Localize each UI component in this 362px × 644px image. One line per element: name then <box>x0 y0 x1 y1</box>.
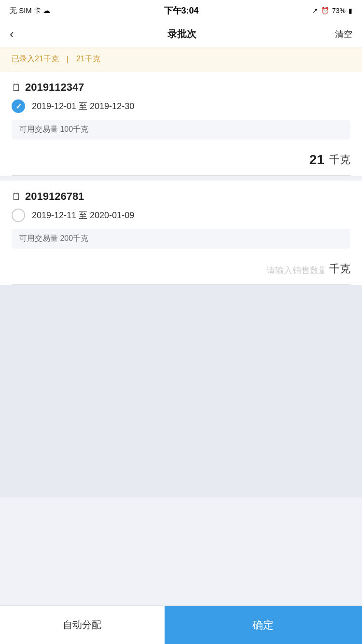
status-time: 下午3:04 <box>164 5 199 16</box>
batch-date-1: 2019-12-01 至 2019-12-30 <box>32 100 134 112</box>
battery-label: 73% <box>332 7 346 14</box>
quantity-input-2[interactable] <box>266 261 324 277</box>
radio-2[interactable] <box>12 209 25 222</box>
quantity-row-2: 千克 <box>0 256 362 284</box>
batch-card-1: 🗒 2019112347 2019-12-01 至 2019-12-30 可用交… <box>0 71 362 176</box>
quantity-unit-1: 千克 <box>329 153 350 167</box>
status-right: ↗ ⏰ 73% ▮ <box>312 7 352 14</box>
banner-value: 21千克 <box>76 54 100 64</box>
batch-id-1: 2019112347 <box>25 81 84 94</box>
alarm-icon: ⏰ <box>321 7 329 14</box>
batch-row-1[interactable]: 2019-12-01 至 2019-12-30 <box>0 98 362 118</box>
quantity-unit-2: 千克 <box>329 262 350 276</box>
confirm-button[interactable]: 确定 <box>165 606 362 644</box>
banner-divider: | <box>67 55 69 64</box>
batch-id-2: 2019126781 <box>25 190 84 203</box>
sim-label: 无 SIM 卡 ☁ <box>10 6 50 15</box>
quantity-input-1[interactable] <box>266 152 324 168</box>
info-banner: 已录入21千克 | 21千克 <box>0 47 362 71</box>
batch-row-2[interactable]: 2019-12-11 至 2020-01-09 <box>0 207 362 227</box>
batch-header-1: 🗒 2019112347 <box>0 71 362 98</box>
recorded-label: 已录入21千克 <box>12 54 59 64</box>
quantity-row-1: 千克 <box>0 147 362 175</box>
batch-icon-2: 🗒 <box>12 191 21 202</box>
auto-distribute-button[interactable]: 自动分配 <box>0 606 165 644</box>
bottom-spacer <box>0 285 362 497</box>
batch-icon-1: 🗒 <box>12 82 21 93</box>
bottom-bar: 自动分配 确定 <box>0 605 362 644</box>
back-button[interactable]: ‹ <box>10 27 29 42</box>
status-bar: 无 SIM 卡 ☁ 下午3:04 ↗ ⏰ 73% ▮ <box>0 0 362 21</box>
batch-avail-2: 可用交易量 200千克 <box>12 229 350 249</box>
battery-icon: ▮ <box>348 7 352 14</box>
batch-card-2: 🗒 2019126781 2019-12-11 至 2020-01-09 可用交… <box>0 181 362 285</box>
card-separator <box>0 176 362 181</box>
radio-1[interactable] <box>12 99 25 113</box>
clear-button[interactable]: 清空 <box>335 28 352 40</box>
location-icon: ↗ <box>312 7 318 14</box>
batch-avail-1: 可用交易量 100千克 <box>12 120 350 140</box>
page-title: 录批次 <box>167 28 196 41</box>
nav-bar: ‹ 录批次 清空 <box>0 21 362 47</box>
status-left: 无 SIM 卡 ☁ <box>10 6 50 15</box>
batch-date-2: 2019-12-11 至 2020-01-09 <box>32 210 134 221</box>
batch-header-2: 🗒 2019126781 <box>0 181 362 207</box>
